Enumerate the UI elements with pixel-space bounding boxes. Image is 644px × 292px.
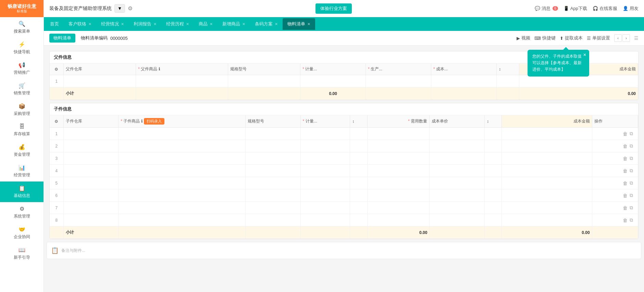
child-row-5-copy-icon[interactable]: ⧉ bbox=[630, 180, 633, 186]
nav-tab-operation[interactable]: 经营情况✕ bbox=[96, 18, 129, 30]
sidebar-item-sales[interactable]: 🛒 销售管理 bbox=[0, 79, 44, 100]
nav-tab-close-bom[interactable]: ✕ bbox=[307, 22, 310, 26]
user-item[interactable]: 👤 用友 bbox=[623, 5, 639, 12]
nav-tab-goods[interactable]: 商品✕ bbox=[194, 18, 218, 30]
child-row-4-unit-cost[interactable] bbox=[430, 165, 485, 177]
child-row-5-goods[interactable] bbox=[119, 177, 246, 189]
message-item[interactable]: 💬 消息 6 bbox=[535, 5, 558, 12]
child-row-3-delete-icon[interactable]: 🗑 bbox=[623, 156, 628, 161]
child-row-5-unit[interactable] bbox=[300, 177, 350, 189]
child-row-5-qty[interactable] bbox=[367, 177, 430, 189]
child-row-6-qty[interactable] bbox=[367, 189, 430, 202]
parent-row-1-production[interactable] bbox=[366, 75, 431, 87]
scan-button[interactable]: 扫码录入 bbox=[144, 118, 164, 125]
child-row-6-copy-icon[interactable]: ⧉ bbox=[630, 192, 633, 198]
child-row-7-qty[interactable] bbox=[367, 202, 430, 214]
child-row-8-delete-icon[interactable]: 🗑 bbox=[623, 218, 628, 223]
child-row-2-delete-icon[interactable]: 🗑 bbox=[623, 143, 628, 149]
child-row-6-spec[interactable] bbox=[245, 189, 300, 202]
child-row-2-warehouse[interactable] bbox=[63, 140, 119, 152]
child-row-8-qty[interactable] bbox=[367, 214, 430, 226]
child-row-1-unit[interactable] bbox=[300, 128, 350, 140]
sidebar-item-search[interactable]: 🔍 搜索菜单 bbox=[0, 17, 44, 38]
tab-bom-list[interactable]: 物料清单 bbox=[49, 34, 75, 43]
sidebar-item-marketing[interactable]: 📢 营销推广 bbox=[0, 58, 44, 79]
trial-button[interactable]: 体验行业方案 bbox=[315, 3, 352, 14]
child-row-3-unit[interactable] bbox=[300, 152, 350, 165]
child-row-6-warehouse[interactable] bbox=[63, 189, 119, 202]
sidebar-item-inventory[interactable]: 🗄 库存核算 bbox=[0, 120, 44, 140]
parent-row-1-cost[interactable] bbox=[431, 75, 497, 87]
nav-tab-customer[interactable]: 客户联络✕ bbox=[64, 18, 96, 30]
next-arrow[interactable]: › bbox=[622, 34, 630, 42]
child-row-4-warehouse[interactable] bbox=[63, 165, 119, 177]
single-settings-item[interactable]: ☰ 单据设置 bbox=[587, 35, 610, 41]
nav-tab-close-barcode[interactable]: ✕ bbox=[275, 22, 278, 26]
sidebar-item-finance[interactable]: 💰 资金管理 bbox=[0, 140, 44, 161]
tooltip-close-btn[interactable]: ✕ bbox=[583, 52, 586, 58]
nav-tab-close-history[interactable]: ✕ bbox=[186, 22, 189, 26]
child-row-2-spec[interactable] bbox=[245, 140, 300, 152]
child-row-3-unit-cost[interactable] bbox=[430, 152, 485, 165]
nav-tab-history[interactable]: 经营历程✕ bbox=[161, 18, 194, 30]
system-select[interactable]: ▼ bbox=[114, 4, 125, 13]
gear-icon[interactable]: ⚙ bbox=[128, 5, 133, 12]
child-row-1-goods[interactable] bbox=[119, 128, 246, 140]
online-service-item[interactable]: 🎧 在线客服 bbox=[593, 5, 617, 12]
child-row-8-goods[interactable] bbox=[119, 214, 246, 226]
nav-tab-home[interactable]: 首页 bbox=[45, 18, 64, 30]
app-download-item[interactable]: 📱 App下载 bbox=[564, 5, 587, 12]
parent-row-1-unit[interactable] bbox=[300, 75, 366, 87]
child-row-2-unit[interactable] bbox=[300, 140, 350, 152]
child-row-4-qty[interactable] bbox=[367, 165, 430, 177]
child-row-1-spec[interactable] bbox=[245, 128, 300, 140]
sidebar-item-guide[interactable]: 📖 新手引导 bbox=[0, 243, 44, 264]
parent-row-1-goods[interactable] bbox=[136, 75, 228, 87]
child-row-2-qty[interactable] bbox=[367, 140, 430, 152]
child-row-5-spec[interactable] bbox=[245, 177, 300, 189]
parent-row-1-spec[interactable] bbox=[228, 75, 300, 87]
child-row-3-spec[interactable] bbox=[245, 152, 300, 165]
child-row-5-warehouse[interactable] bbox=[63, 177, 119, 189]
child-row-7-unit[interactable] bbox=[300, 202, 350, 214]
child-row-4-spec[interactable] bbox=[245, 165, 300, 177]
child-row-4-delete-icon[interactable]: 🗑 bbox=[623, 168, 628, 174]
sidebar-item-quick-nav[interactable]: ⚡ 快捷导航 bbox=[0, 38, 44, 58]
child-row-8-unit-cost[interactable] bbox=[430, 214, 485, 226]
child-row-3-qty[interactable] bbox=[367, 152, 430, 165]
child-row-8-spec[interactable] bbox=[245, 214, 300, 226]
nav-tab-close-customer[interactable]: ✕ bbox=[88, 22, 91, 26]
child-row-4-goods[interactable] bbox=[119, 165, 246, 177]
child-row-1-qty[interactable] bbox=[367, 128, 430, 140]
nav-tab-close-new_goods[interactable]: ✕ bbox=[242, 22, 245, 26]
sidebar-item-system[interactable]: ⚙ 系统管理 bbox=[0, 202, 44, 223]
nav-tab-bom[interactable]: 物料清单✕ bbox=[283, 18, 315, 30]
child-row-4-unit[interactable] bbox=[300, 165, 350, 177]
nav-tab-close-goods[interactable]: ✕ bbox=[210, 22, 213, 26]
child-row-8-warehouse[interactable] bbox=[63, 214, 119, 226]
child-row-6-delete-icon[interactable]: 🗑 bbox=[623, 193, 628, 198]
sidebar-item-purchase[interactable]: 📦 采购管理 bbox=[0, 100, 44, 120]
nav-tab-close-profit[interactable]: ✕ bbox=[153, 22, 157, 26]
child-row-2-goods[interactable] bbox=[119, 140, 246, 152]
child-row-2-unit-cost[interactable] bbox=[430, 140, 485, 152]
child-row-5-delete-icon[interactable]: 🗑 bbox=[623, 180, 628, 186]
child-row-7-delete-icon[interactable]: 🗑 bbox=[623, 205, 628, 211]
child-row-3-copy-icon[interactable]: ⧉ bbox=[630, 155, 633, 161]
child-row-7-copy-icon[interactable]: ⧉ bbox=[630, 205, 633, 211]
child-row-6-goods[interactable] bbox=[119, 189, 246, 202]
sidebar-item-basic-info[interactable]: 📋 基础信息 bbox=[0, 182, 44, 202]
child-row-6-unit[interactable] bbox=[300, 189, 350, 202]
child-row-8-unit[interactable] bbox=[300, 214, 350, 226]
nav-tab-barcode[interactable]: 条码方案✕ bbox=[250, 18, 283, 30]
child-row-7-goods[interactable] bbox=[119, 202, 246, 214]
sidebar-item-operation-mgr[interactable]: 📊 经营管理 bbox=[0, 161, 44, 182]
extract-cost-item[interactable]: ⬆ 提取成本 bbox=[560, 35, 583, 41]
sidebar-item-enterprise[interactable]: 🤝 企业协同 bbox=[0, 223, 44, 243]
child-row-8-copy-icon[interactable]: ⧉ bbox=[630, 217, 633, 223]
child-row-1-warehouse[interactable] bbox=[63, 128, 119, 140]
view-item[interactable]: ▶ 视频 bbox=[517, 35, 530, 41]
child-row-5-unit-cost[interactable] bbox=[430, 177, 485, 189]
close-right-btn[interactable]: ☰ bbox=[634, 35, 639, 41]
parent-row-1-warehouse[interactable] bbox=[63, 75, 136, 87]
